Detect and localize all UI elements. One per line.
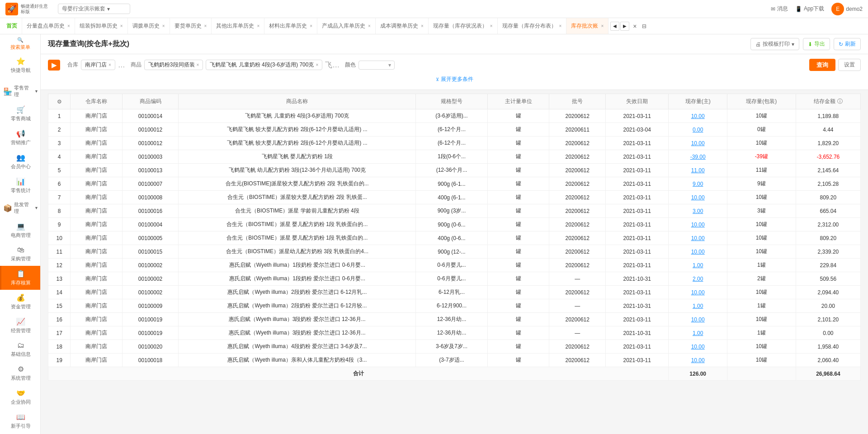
table-row: 18 南岸门店 00100020 惠氏启赋（Wyeth illuma）4段奶粉 …	[48, 340, 861, 354]
product-more-dots[interactable]: 飞…	[325, 61, 340, 69]
tab-zuzhuan-label: 组装拆卸单历史	[80, 22, 118, 30]
nav-close-all[interactable]: ×	[630, 23, 639, 30]
tab-inventory-status[interactable]: 现存量（库存状况表） ×	[429, 18, 498, 34]
tab-inventory-status-close[interactable]: ×	[490, 24, 493, 28]
tab-cost-adj[interactable]: 成本调整单历史 ×	[376, 18, 429, 34]
tab-diaopo[interactable]: 调拨单历史 ×	[128, 18, 170, 34]
print-button[interactable]: 🖨 按模板打印 ▾	[750, 38, 799, 50]
cell-qty-main[interactable]: 2.00	[669, 272, 727, 286]
app-download-button[interactable]: 📱 App下载	[795, 5, 824, 13]
message-button[interactable]: ✉ 消息	[771, 5, 788, 13]
th-qty-main: 现存量(主)	[669, 94, 727, 109]
sidebar-item-purchase[interactable]: 🛍 采购管理	[0, 242, 40, 266]
product-tag-1-close[interactable]: ×	[197, 62, 199, 67]
cell-amount: 2,105.28	[796, 177, 860, 191]
tab-diaopo-close[interactable]: ×	[162, 24, 165, 28]
cell-qty-main[interactable]: 9.00	[669, 177, 727, 191]
tab-yaohuo-close[interactable]: ×	[204, 24, 207, 28]
sidebar-item-inventory[interactable]: 📋 库存核算	[0, 266, 40, 290]
cell-num: 10	[48, 231, 71, 245]
cell-qty-main[interactable]: -39.00	[669, 150, 727, 164]
cell-num: 1	[48, 109, 71, 123]
export-button[interactable]: ⬇ 导出	[803, 38, 830, 50]
cell-code: 00100002	[122, 272, 179, 286]
tab-other-out-close[interactable]: ×	[257, 24, 259, 28]
warehouse-tag-close[interactable]: ×	[108, 62, 111, 67]
tab-product-in-close[interactable]: ×	[368, 24, 371, 28]
th-settings[interactable]: ⚙	[48, 94, 71, 109]
sidebar-item-basic[interactable]: 🗂 基础信息	[0, 338, 40, 361]
sidebar-item-ecommerce[interactable]: 💻 电商管理	[0, 218, 40, 242]
cell-qty-main[interactable]: 10.00	[669, 313, 727, 326]
tab-cost-adj-close[interactable]: ×	[421, 24, 424, 28]
settings-button[interactable]: 设置	[838, 59, 861, 71]
tab-zuzhuan[interactable]: 组装拆卸单历史 ×	[75, 18, 128, 34]
cell-qty-main[interactable]: 10.00	[669, 245, 727, 259]
warehouse-filter-label: 合库	[67, 61, 78, 69]
tab-batch[interactable]: 库存批次账 ×	[566, 18, 609, 34]
sidebar-item-retail-stat[interactable]: 📊 零售统计	[0, 174, 40, 198]
refresh-button[interactable]: ↻ 刷新	[834, 38, 861, 50]
tab-inventory-dist[interactable]: 现存量（库存分布表） ×	[498, 18, 567, 34]
tab-fenpan-close[interactable]: ×	[67, 24, 70, 28]
cell-qty-pack: -39罐	[727, 150, 796, 164]
cell-qty-main[interactable]: 1.00	[669, 259, 727, 272]
tab-batch-close[interactable]: ×	[601, 24, 604, 28]
cell-name: 惠氏启赋（Wyeth illuma）3段奶粉 爱尔兰进口 12-36月...	[179, 326, 416, 340]
tab-home[interactable]: 首页	[2, 18, 22, 34]
sidebar-item-retail-shop[interactable]: 🛒 零售商城	[0, 102, 40, 126]
cell-qty-main[interactable]: 1.00	[669, 299, 727, 313]
cell-qty-main[interactable]: 10.00	[669, 340, 727, 354]
sidebar-member-label: 会员中心	[11, 163, 31, 170]
cell-qty-main[interactable]: 10.00	[669, 218, 727, 231]
product-tag-1-text: 飞鹤奶粉3段同搭装	[148, 61, 195, 69]
warehouse-selector[interactable]: 母婴行业演示账套 ▾	[58, 4, 130, 14]
sidebar-item-ops[interactable]: 📈 经营管理	[0, 314, 40, 338]
cell-qty-main[interactable]: 10.00	[669, 231, 727, 245]
product-tag-2-close[interactable]: ×	[316, 62, 318, 67]
sidebar-item-enterprise[interactable]: 🤝 企业协同	[0, 385, 40, 409]
sidebar-item-marketing[interactable]: 📢 营销推广	[0, 126, 40, 150]
cell-qty-main[interactable]: 10.00	[669, 109, 727, 123]
color-select[interactable]	[359, 61, 395, 70]
cell-qty-main[interactable]: 1.00	[669, 326, 727, 340]
sidebar-item-system[interactable]: ⚙ 系统管理	[0, 361, 40, 385]
product-tag-1[interactable]: 飞鹤奶粉3段同搭装 ×	[144, 60, 203, 70]
warehouse-tag-1[interactable]: 南岸门店 ×	[81, 60, 115, 70]
tab-material-out-close[interactable]: ×	[310, 24, 312, 28]
sidebar-item-search[interactable]: 🔍 搜索菜单	[0, 34, 40, 53]
sidebar-item-member[interactable]: 👥 会员中心	[0, 150, 40, 174]
nav-next[interactable]: ▶	[620, 22, 629, 31]
sidebar-item-wholesale[interactable]: 📦 批发管理 ▼	[0, 198, 40, 218]
warehouse-more-dots[interactable]: …	[118, 61, 125, 69]
filter-row-1: ▶ 合库 南岸门店 × … 商品 飞鹤奶粉3段同搭装 ×	[48, 59, 861, 71]
table-row: 10 南岸门店 00100005 合生元（BIOSTIME）派星 婴儿配方奶粉 …	[48, 231, 861, 245]
tab-zuzhuan-close[interactable]: ×	[120, 24, 123, 28]
user-profile[interactable]: E demo2	[831, 3, 863, 15]
cell-qty-main[interactable]: 11.00	[669, 164, 727, 177]
sidebar-item-finance[interactable]: 💰 资金管理	[0, 290, 40, 314]
tab-inventory-dist-close[interactable]: ×	[559, 24, 562, 28]
tab-other-out[interactable]: 其他出库单历史 ×	[212, 18, 264, 34]
cell-qty-main[interactable]: 10.00	[669, 137, 727, 150]
nav-prev[interactable]: ◀	[610, 22, 619, 31]
nav-expand[interactable]: ⊟	[640, 23, 648, 29]
expand-conditions-button[interactable]: ⊻ 展开更多条件	[436, 75, 473, 83]
tab-material-out[interactable]: 材料出库单历史 ×	[264, 18, 317, 34]
search-button[interactable]: 查询	[809, 59, 835, 71]
sidebar-item-guide[interactable]: 📖 新手引导	[0, 409, 40, 433]
cell-qty-main[interactable]: 10.00	[669, 191, 727, 204]
sidebar-item-retail[interactable]: 🏪 零售管理 ▼	[0, 81, 40, 102]
cell-qty-main[interactable]: 3.00	[669, 204, 727, 218]
cell-qty-main[interactable]: 10.00	[669, 286, 727, 299]
tab-product-in[interactable]: 产成品入库单历史 ×	[317, 18, 376, 34]
tab-yaohuo[interactable]: 要货单历史 ×	[170, 18, 212, 34]
tab-fenpan[interactable]: 分量盘点单历史 ×	[22, 18, 75, 34]
sidebar-item-quick[interactable]: ⭐ 快捷导航	[0, 53, 40, 77]
cell-qty-main[interactable]: 10.00	[669, 354, 727, 367]
product-tag-2[interactable]: 飞鹤星飞帆 儿童奶粉 4段(3-6岁适用) 700克 ×	[206, 60, 322, 70]
cell-qty-main[interactable]: 0.00	[669, 123, 727, 137]
sidebar-purchase-label: 采购管理	[11, 255, 31, 262]
filter-expand-btn[interactable]: ▶	[48, 60, 60, 71]
logo-icon: 🚀	[5, 3, 18, 15]
